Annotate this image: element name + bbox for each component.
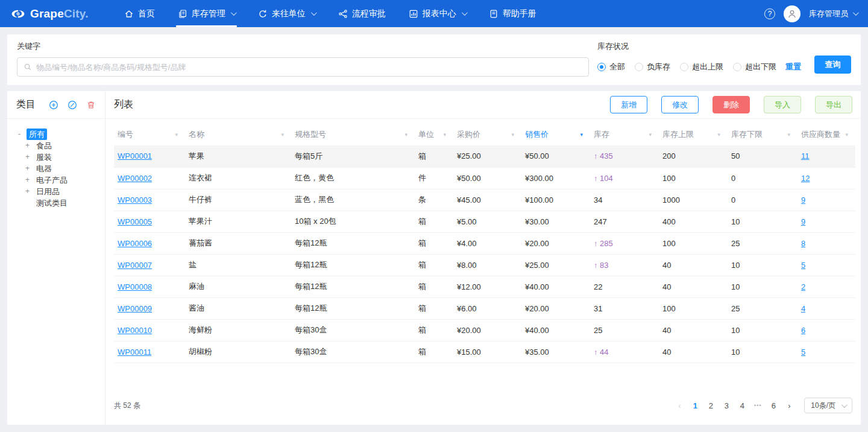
tree-toggle[interactable]: + [25,163,34,174]
item-code-link[interactable]: WP00010 [118,326,152,335]
keyword-search-box[interactable] [17,57,589,77]
supplier-count-link[interactable]: 9 [801,217,805,226]
tree-toggle[interactable]: + [25,186,34,197]
nav-item-approval[interactable]: 流程审批 [327,0,397,27]
item-code-link[interactable]: WP00001 [118,151,152,160]
table-row[interactable]: WP00005苹果汁10箱 x 20包箱¥5.00¥30.00247400109 [114,211,855,232]
cell-stock: 31 [590,297,659,319]
item-code-link[interactable]: WP00011 [118,348,151,357]
user-avatar[interactable] [784,5,800,22]
item-code-link[interactable]: WP00007 [118,261,152,270]
table-row[interactable]: WP00003牛仔裤蓝色，黑色条¥45.00¥100.0034100009 [114,189,855,211]
import-button[interactable]: 导入 [764,96,801,113]
table-row[interactable]: WP00001苹果每箱5斤箱¥25.00¥50.00↑ 4352005011 [114,145,855,167]
user-menu[interactable]: 库存管理员 [809,8,857,19]
status-radio[interactable]: 负库存 [635,62,670,72]
table-row[interactable]: WP00007盐每箱12瓶箱¥8.00¥25.00↑ 8340105 [114,254,855,276]
column-header-unit[interactable]: 单位▾ [415,127,453,145]
tree-node[interactable]: +食品 [18,140,100,151]
supplier-count-link[interactable]: 2 [801,282,805,291]
page-button[interactable]: 2 [704,398,717,413]
status-radio[interactable]: 超出上限 [680,62,723,72]
column-header-supplier-count[interactable]: 供应商数量▾ [797,127,855,145]
item-code-link[interactable]: WP00003 [118,195,152,205]
add-button[interactable]: 新增 [610,96,647,113]
tree-node-label: 电器 [34,163,54,174]
cell-purchase: ¥12.00 [453,276,521,297]
supplier-count-link[interactable]: 9 [801,195,805,205]
table-row[interactable]: WP00002连衣裙红色，黄色件¥50.00¥300.00↑ 104100012 [114,167,855,189]
cell-purchase: ¥25.00 [453,145,521,167]
status-radio[interactable]: 超出下限 [733,62,776,72]
page-button[interactable]: 1 [688,398,702,413]
reset-button[interactable]: 重置 [785,60,801,74]
nav-item-reports-label: 报表中心 [423,8,456,19]
nav-item-reports[interactable]: 报表中心 [397,0,477,27]
tree-node[interactable]: 测试类目 [18,197,100,209]
tree-node[interactable]: +电器 [18,163,100,174]
tree-node[interactable]: +服装 [18,151,100,163]
add-category-button[interactable] [49,100,58,110]
table-row[interactable]: WP00011胡椒粉每箱30盒箱¥15.00¥35.00↑ 4440105 [114,341,855,363]
cell-code: WP00009 [114,297,185,319]
help-icon[interactable]: ? [764,8,775,19]
query-button[interactable]: 查询 [814,56,851,74]
nav-item-partners[interactable]: 来往单位 [247,0,327,27]
delete-button[interactable]: 删除 [712,96,750,113]
cell-upper: 40 [659,341,728,363]
tree-toggle[interactable]: - [18,129,27,140]
item-code-link[interactable]: WP00008 [118,282,152,291]
nav-item-home[interactable]: 首页 [113,0,166,27]
table-row[interactable]: WP00009酱油每箱12瓶箱¥6.00¥20.0031100254 [114,297,855,319]
item-code-link[interactable]: WP00006 [118,239,152,248]
page-size-select[interactable]: 10条/页 [804,398,852,413]
column-header-stock[interactable]: 库存▾ [590,127,659,145]
supplier-count-link[interactable]: 8 [801,239,805,248]
cell-spec: 红色，黄色 [291,167,415,189]
item-code-link[interactable]: WP00002 [118,174,152,183]
supplier-count-link[interactable]: 12 [801,174,810,183]
tree-toggle[interactable]: + [25,151,34,163]
table-row[interactable]: WP00006蕃茄酱每箱12瓶箱¥4.00¥20.00↑ 285100258 [114,232,855,254]
column-header-sale-price[interactable]: 销售价▾ [521,127,590,145]
item-code-link[interactable]: WP00005 [118,217,152,226]
supplier-count-link[interactable]: 6 [801,326,805,335]
tree-toggle[interactable]: + [25,174,34,186]
column-header-name[interactable]: 名称▾ [185,127,291,145]
supplier-count-link[interactable]: 5 [801,261,805,270]
brand-logo[interactable]: GrapeCity. [11,7,89,21]
supplier-count-link[interactable]: 5 [801,348,805,357]
cell-name: 连衣裙 [185,167,291,189]
item-code-link[interactable]: WP00009 [118,304,152,313]
column-header-stock-upper[interactable]: 库存上限▾ [659,127,728,145]
manual-icon [489,9,498,19]
tree-node[interactable]: +电子产品 [18,174,100,186]
column-header-code[interactable]: 编号▾ [114,127,185,145]
nav-item-inventory[interactable]: 库存管理 [166,0,247,27]
supplier-count-link[interactable]: 11 [801,151,810,160]
delete-category-button[interactable] [86,100,96,110]
column-header-purchase-price[interactable]: 采购价▾ [453,127,521,145]
table-row[interactable]: WP00008麻油每箱12瓶箱¥12.00¥40.002240102 [114,276,855,297]
cell-code: WP00001 [114,145,185,167]
modify-button[interactable]: 修改 [661,96,699,113]
tree-toggle[interactable]: + [25,140,34,151]
column-header-spec[interactable]: 规格型号▾ [291,127,415,145]
tree-node[interactable]: +日用品 [18,186,100,197]
table-row[interactable]: WP00010海鲜粉每箱30盒箱¥20.00¥40.002540106 [114,319,855,341]
export-button[interactable]: 导出 [815,96,852,113]
page-button[interactable]: 3 [720,398,733,413]
tree-node[interactable]: -所有 [18,129,100,140]
page-button[interactable]: 6 [767,398,780,413]
column-header-stock-lower[interactable]: 库存下限▾ [728,127,797,145]
page-button[interactable]: 4 [735,398,749,413]
supplier-count-link[interactable]: 4 [801,304,805,313]
status-radio[interactable]: 全部 [597,62,625,72]
page-next-button[interactable]: › [782,398,796,413]
page-prev-button[interactable]: ‹ [673,398,686,413]
cell-upper: 1000 [659,189,728,211]
keyword-input[interactable] [36,63,582,72]
nav-item-manual[interactable]: 帮助手册 [477,0,548,27]
chevron-down-icon [311,10,317,16]
edit-category-button[interactable] [68,100,77,110]
